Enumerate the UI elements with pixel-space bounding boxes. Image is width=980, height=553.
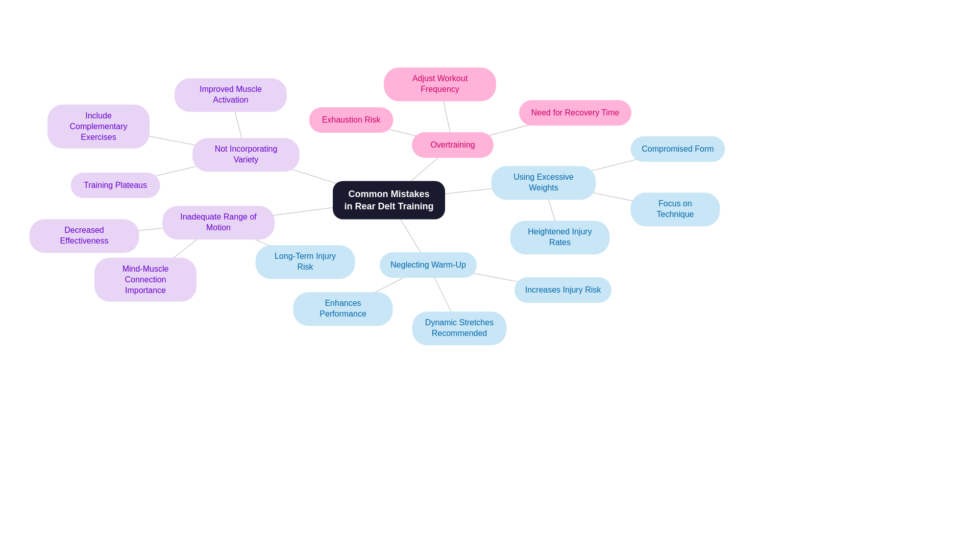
node-overtraining: Overtraining [412,132,494,158]
mind-map-container: Common Mistakes in Rear Delt TrainingOve… [0,0,980,553]
node-adjust-workout: Adjust Workout Frequency [384,67,496,101]
node-long-term-injury: Long-Term Injury Risk [256,245,355,279]
node-dynamic-stretches: Dynamic Stretches Recommended [412,311,507,345]
node-enhances-performance: Enhances Performance [293,292,393,326]
node-need-recovery: Need for Recovery Time [519,100,631,126]
node-decreased-effectiveness: Decreased Effectiveness [30,219,139,253]
node-neglecting-warmup: Neglecting Warm-Up [380,252,477,278]
node-exhaustion-risk: Exhaustion Risk [309,107,394,133]
node-heightened-injury-rates: Heightened Injury Rates [510,221,610,254]
node-training-plateaus: Training Plateaus [71,173,160,198]
node-compromised-form: Compromised Form [631,136,725,162]
node-inadequate-range: Inadequate Range of Motion [162,206,275,239]
node-not-incorporating-variety: Not Incorporating Variety [192,138,300,172]
node-improved-muscle: Improved Muscle Activation [175,78,287,112]
node-center: Common Mistakes in Rear Delt Training [333,181,445,220]
node-using-excessive-weights: Using Excessive Weights [492,166,596,200]
node-mind-muscle: Mind-Muscle Connection Importance [94,258,197,302]
node-increases-injury-risk: Increases Injury Risk [514,277,611,303]
node-focus-on-technique: Focus on Technique [631,193,720,226]
node-include-complementary: Include Complementary Exercises [47,105,150,149]
